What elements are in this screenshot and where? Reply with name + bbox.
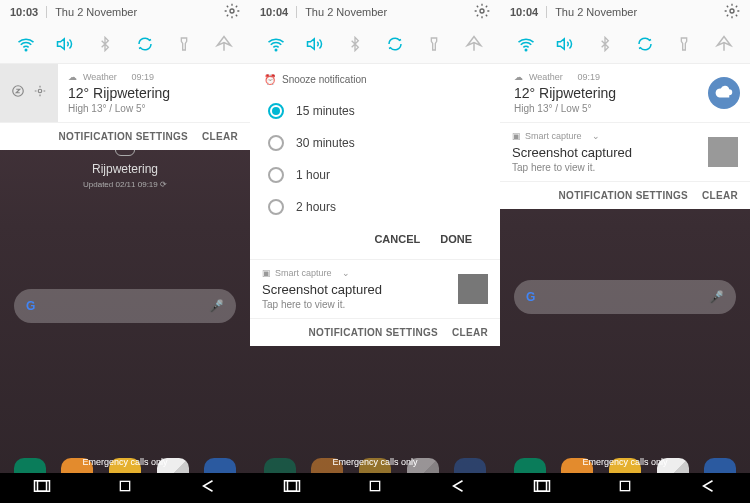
snooze-option-1h[interactable]: 1 hour [264, 159, 486, 191]
cancel-button[interactable]: CANCEL [374, 233, 420, 245]
capture-icon: ▣ [262, 268, 271, 278]
auto-rotate-icon[interactable] [134, 33, 156, 55]
recents-button[interactable] [533, 479, 551, 497]
google-logo-icon: G [26, 299, 35, 313]
chevron-down-icon[interactable]: ⌄ [342, 268, 350, 278]
notification-shade: 10:03 Thu 2 November ☁Weather 09:19 12° … [0, 0, 250, 150]
sound-icon[interactable] [304, 33, 326, 55]
notification-settings-button[interactable]: NOTIFICATION SETTINGS [309, 327, 438, 338]
svg-rect-10 [288, 481, 297, 492]
recents-button[interactable] [283, 479, 301, 497]
clear-button[interactable]: CLEAR [702, 190, 738, 201]
phone-screen-3: 10:04 Thu 2 November ☁Weather 09:19 12° … [500, 0, 750, 503]
bluetooth-icon[interactable] [94, 33, 116, 55]
svg-rect-15 [538, 481, 547, 492]
capture-icon: ▣ [512, 131, 521, 141]
settings-icon[interactable] [724, 3, 740, 21]
screenshot-thumbnail[interactable] [458, 274, 488, 304]
flashlight-icon[interactable] [423, 33, 445, 55]
notification-footer: NOTIFICATION SETTINGS CLEAR [250, 318, 500, 346]
back-button[interactable] [199, 479, 217, 497]
wifi-icon[interactable] [15, 33, 37, 55]
date: Thu 2 November [46, 6, 224, 18]
weather-subtitle: High 13° / Low 5° [68, 103, 240, 114]
emergency-text: Emergency calls only [250, 457, 500, 467]
nav-bar [250, 473, 500, 503]
emergency-text: Emergency calls only [500, 457, 750, 467]
settings-icon[interactable] [474, 3, 490, 21]
snooze-option-30[interactable]: 30 minutes [264, 127, 486, 159]
status-bar: 10:03 Thu 2 November [0, 0, 250, 24]
svg-point-8 [275, 49, 277, 51]
back-button[interactable] [449, 479, 467, 497]
google-search-bar[interactable]: G 🎤 [14, 289, 236, 323]
svg-point-1 [25, 49, 27, 51]
status-bar: 10:04 Thu 2 November [500, 0, 750, 24]
svg-rect-16 [620, 481, 629, 490]
svg-point-7 [480, 9, 484, 13]
notification-settings-button[interactable]: NOTIFICATION SETTINGS [559, 190, 688, 201]
flashlight-icon[interactable] [673, 33, 695, 55]
nav-bar [500, 473, 750, 503]
settings-icon[interactable] [224, 3, 240, 21]
notification-footer: NOTIFICATION SETTINGS CLEAR [500, 181, 750, 209]
home-button[interactable] [117, 478, 133, 498]
sound-icon[interactable] [54, 33, 76, 55]
screenshot-thumbnail[interactable] [708, 137, 738, 167]
wifi-icon[interactable] [515, 33, 537, 55]
phone-screen-1: 10:03 Thu 2 November ☁Weather 09:19 12° … [0, 0, 250, 503]
svg-rect-5 [38, 481, 47, 492]
snooze-option-2h[interactable]: 2 hours [264, 191, 486, 223]
notification-settings-button[interactable]: NOTIFICATION SETTINGS [59, 131, 188, 142]
radio-icon [268, 135, 284, 151]
home-button[interactable] [617, 478, 633, 498]
nav-bar [0, 473, 250, 503]
airplane-icon[interactable] [713, 33, 735, 55]
svg-point-13 [525, 49, 527, 51]
bluetooth-icon[interactable] [594, 33, 616, 55]
airplane-icon[interactable] [463, 33, 485, 55]
back-button[interactable] [699, 479, 717, 497]
svg-point-0 [230, 9, 234, 13]
date: Thu 2 November [546, 6, 724, 18]
weather-content: ☁Weather 09:19 12° Rijpwetering High 13°… [58, 64, 250, 122]
weather-notification[interactable]: ☁Weather 09:19 12° Rijpwetering High 13°… [0, 64, 250, 122]
clock: 10:04 [260, 6, 288, 18]
airplane-icon[interactable] [213, 33, 235, 55]
home-screen: Rijpwetering Updated 02/11 09:19 ⟳ G 🎤 P… [0, 160, 250, 503]
alarm-icon: ⏰ [264, 74, 276, 85]
status-bar: 10:04 Thu 2 November [250, 0, 500, 24]
radio-icon [268, 103, 284, 119]
recents-button[interactable] [33, 479, 51, 497]
auto-rotate-icon[interactable] [384, 33, 406, 55]
mic-icon[interactable]: 🎤 [709, 290, 724, 304]
clock: 10:04 [510, 6, 538, 18]
clock: 10:03 [10, 6, 38, 18]
clear-button[interactable]: CLEAR [202, 131, 238, 142]
snooze-icon[interactable] [11, 84, 25, 102]
flashlight-icon[interactable] [173, 33, 195, 55]
google-search-bar[interactable]: G 🎤 [514, 280, 736, 314]
mic-icon[interactable]: 🎤 [209, 299, 224, 313]
weather-notification[interactable]: ☁Weather 09:19 12° Rijpwetering High 13°… [500, 64, 750, 122]
weather-title: 12° Rijpwetering [68, 85, 240, 101]
radio-icon [268, 199, 284, 215]
snooze-dialog: ⏰Snooze notification 15 minutes 30 minut… [250, 64, 500, 259]
screenshot-notification[interactable]: ▣Smart capture ⌄ Screenshot captured Tap… [250, 259, 500, 318]
home-button[interactable] [367, 478, 383, 498]
notification-shade: 10:04 Thu 2 November ⏰Snooze notificatio… [250, 0, 500, 346]
weather-large-icon [708, 77, 740, 109]
chevron-down-icon[interactable]: ⌄ [592, 131, 600, 141]
bluetooth-icon[interactable] [344, 33, 366, 55]
notification-side-actions [0, 64, 58, 122]
clear-button[interactable]: CLEAR [452, 327, 488, 338]
wifi-icon[interactable] [265, 33, 287, 55]
emergency-text: Emergency calls only [0, 457, 250, 467]
sound-icon[interactable] [554, 33, 576, 55]
date: Thu 2 November [296, 6, 474, 18]
screenshot-notification[interactable]: ▣Smart capture ⌄ Screenshot captured Tap… [500, 122, 750, 181]
notif-settings-icon[interactable] [33, 84, 47, 102]
auto-rotate-icon[interactable] [634, 33, 656, 55]
done-button[interactable]: DONE [440, 233, 472, 245]
snooze-option-15[interactable]: 15 minutes [264, 95, 486, 127]
